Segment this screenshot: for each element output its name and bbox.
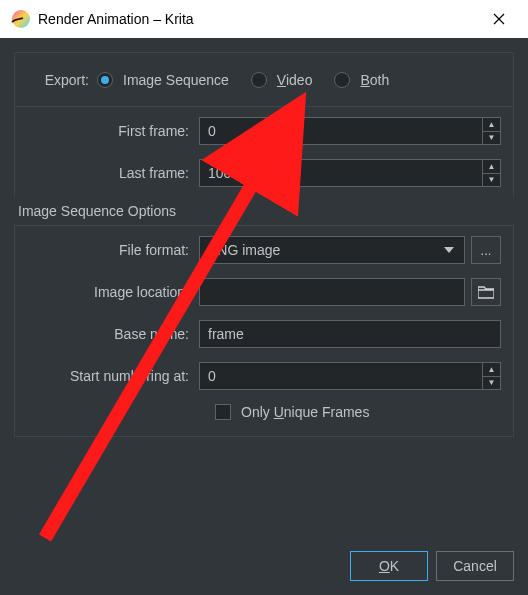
titlebar: Render Animation – Krita <box>0 0 528 38</box>
spin-buttons[interactable]: ▲ ▼ <box>482 118 500 144</box>
section-header: Image Sequence Options <box>12 197 528 225</box>
start-numbering-label: Start numbering at: <box>27 368 199 384</box>
base-name-value: frame <box>208 326 244 342</box>
base-name-label: Base name: <box>27 326 199 342</box>
ellipsis-icon: ... <box>481 243 492 258</box>
radio-video[interactable]: Video <box>251 72 313 88</box>
folder-icon <box>478 285 494 299</box>
spin-buttons[interactable]: ▲ ▼ <box>482 363 500 389</box>
spin-up-icon[interactable]: ▲ <box>483 118 500 132</box>
base-name-input[interactable]: frame <box>199 320 501 348</box>
spin-up-icon[interactable]: ▲ <box>483 160 500 174</box>
only-unique-frames-label: Only Unique Frames <box>241 404 369 420</box>
image-location-input[interactable] <box>199 278 465 306</box>
file-format-options-button[interactable]: ... <box>471 236 501 264</box>
close-icon <box>493 13 505 25</box>
first-frame-input[interactable]: 0 ▲ ▼ <box>199 117 501 145</box>
start-numbering-input[interactable]: 0 ▲ ▼ <box>199 362 501 390</box>
file-format-select[interactable]: PNG image <box>199 236 465 264</box>
radio-label: Video <box>277 72 313 88</box>
spin-buttons[interactable]: ▲ ▼ <box>482 160 500 186</box>
window-close-button[interactable] <box>476 3 522 35</box>
only-unique-frames-checkbox[interactable] <box>215 404 231 420</box>
first-frame-value: 0 <box>208 123 216 139</box>
radio-label: Both <box>360 72 389 88</box>
radio-label: Image Sequence <box>123 72 229 88</box>
radio-indicator-icon <box>97 72 113 88</box>
file-format-value: PNG image <box>208 242 280 258</box>
radio-indicator-icon <box>334 72 350 88</box>
ok-label: OK <box>379 558 399 574</box>
ok-button[interactable]: OK <box>350 551 428 581</box>
spin-up-icon[interactable]: ▲ <box>483 363 500 377</box>
app-icon <box>10 8 32 30</box>
last-frame-label: Last frame: <box>27 165 199 181</box>
file-format-label: File format: <box>27 242 199 258</box>
radio-both[interactable]: Both <box>334 72 389 88</box>
chevron-down-icon <box>444 247 454 253</box>
last-frame-input[interactable]: 100 ▲ ▼ <box>199 159 501 187</box>
browse-folder-button[interactable] <box>471 278 501 306</box>
cancel-label: Cancel <box>453 558 497 574</box>
spin-down-icon[interactable]: ▼ <box>483 174 500 187</box>
image-location-label: Image location: <box>27 284 199 300</box>
export-type-row: Export: Image Sequence Video Both <box>15 53 513 107</box>
spin-down-icon[interactable]: ▼ <box>483 132 500 145</box>
radio-image-sequence[interactable]: Image Sequence <box>97 72 229 88</box>
window-title: Render Animation – Krita <box>38 11 194 27</box>
start-numbering-value: 0 <box>208 368 216 384</box>
radio-indicator-icon <box>251 72 267 88</box>
spin-down-icon[interactable]: ▼ <box>483 377 500 390</box>
last-frame-value: 100 <box>208 165 231 181</box>
export-label: Export: <box>27 72 89 88</box>
cancel-button[interactable]: Cancel <box>436 551 514 581</box>
first-frame-label: First frame: <box>27 123 199 139</box>
